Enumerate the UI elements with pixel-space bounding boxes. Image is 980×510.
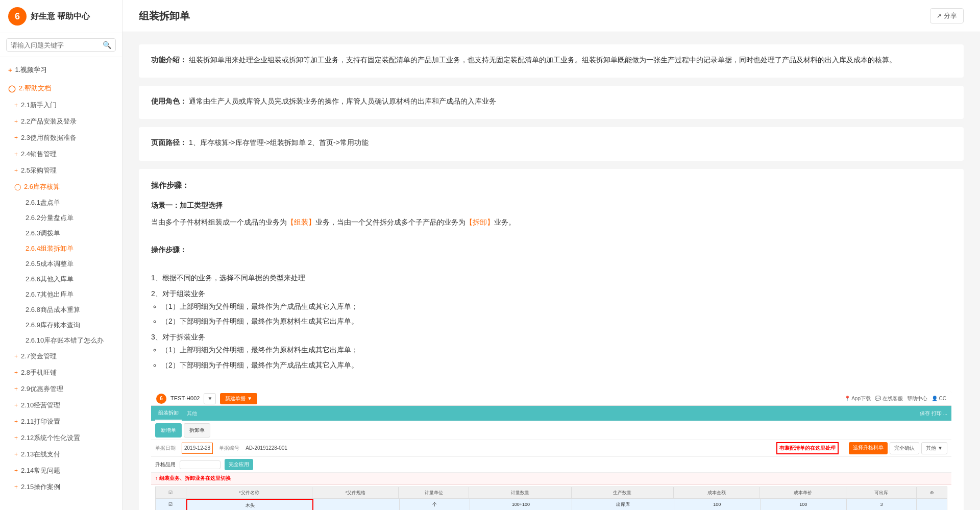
mock-topbar: 6 TEST-H002 ▼ 新建单据 ▼ 📍 App下载 💬 在线客服 帮助中心… xyxy=(151,392,951,406)
expand-icon: + xyxy=(14,353,18,360)
expand-icon: + xyxy=(14,102,18,109)
sidebar-item-other-in[interactable]: 2.6.6其他入库单 xyxy=(0,272,122,287)
mock-nav-actions: 保存 打印 ... xyxy=(920,409,947,418)
sidebar-item-faq[interactable]: + 2.14常见问题 xyxy=(0,463,122,479)
sidebar-item-cases[interactable]: + 2.15操作案例 xyxy=(0,479,122,495)
sidebar-item-label: 2.14常见问题 xyxy=(21,466,60,475)
sidebar-item-sales[interactable]: + 2.4销售管理 xyxy=(0,146,122,162)
sidebar-item-custom[interactable]: + 2.12系统个性化设置 xyxy=(0,430,122,446)
mock-select-btn[interactable]: 选择升格料单 xyxy=(849,442,888,454)
sidebar-item-payment[interactable]: + 2.13在线支付 xyxy=(0,446,122,463)
mock-nav-tab-assembly[interactable]: 组装拆卸 xyxy=(155,406,182,421)
logo-area: 6 好生意 帮助中心 xyxy=(0,0,122,33)
sidebar-item-label: 2.2产品安装及登录 xyxy=(21,117,77,126)
nav-sub-items-2: + 2.1新手入门 + 2.2产品安装及登录 + 2.3使用前数据准备 + 2.… xyxy=(0,97,122,495)
sidebar-item-label: 1.视频学习 xyxy=(15,65,47,75)
sidebar-item-inv-error[interactable]: 2.6.10库存账本错了怎么办 xyxy=(0,333,122,348)
sidebar-item-label: 2.7资金管理 xyxy=(21,352,57,361)
app-name: 好生意 帮助中心 xyxy=(31,11,90,22)
mock-icon1: 📍 App下载 xyxy=(844,394,871,403)
mock-type-input[interactable] xyxy=(180,460,220,469)
mock-new-btn[interactable]: 新建单据 ▼ xyxy=(220,393,257,404)
expand-icon: + xyxy=(14,467,18,474)
path-text: 页面路径： 1、库存核算->库存管理->组装拆卸单 2、首页->常用功能 xyxy=(151,136,951,149)
search-icon[interactable]: 🔍 xyxy=(103,41,111,49)
mock-dropdown: ▼ xyxy=(204,393,216,404)
sidebar-item-coupon[interactable]: + 2.9优惠券管理 xyxy=(0,381,122,397)
page-title: 组装拆卸单 xyxy=(139,9,190,23)
sidebar-item-label: 2.4销售管理 xyxy=(21,150,57,159)
sidebar-item-label: 2.6库存核算 xyxy=(24,182,60,191)
expand-icon: + xyxy=(14,385,18,393)
mock-confirm-btn[interactable]: 完全确认 xyxy=(890,442,919,454)
sidebar-item-cost-recalc[interactable]: 2.6.8商品成本重算 xyxy=(0,302,122,318)
step-2: 2、对于组装业务 （1）上部明细为父件明细，最终作为产成品生成其它入库单； （2… xyxy=(151,287,951,328)
steps-card: 操作步骤： 场景一：加工类型选择 当由多个子件材料组装成一个成品的业务为【组装】… xyxy=(139,169,964,510)
sidebar-item-label: 2.15操作案例 xyxy=(21,482,60,492)
steps-title: 操作步骤： xyxy=(151,244,951,256)
sidebar: 6 好生意 帮助中心 🔍 + 1.视频学习 ◯ 2.帮助文档 + xyxy=(0,0,122,510)
mock-right-btns: 选择升格料单 完全确认 其他 ▼ xyxy=(849,442,947,454)
sidebar-item-label: 2.11打印设置 xyxy=(21,417,60,426)
sidebar-item-label: 2.12系统个性化设置 xyxy=(21,433,80,443)
path-card: 页面路径： 1、库存核算->库存管理->组装拆卸单 2、首页->常用功能 xyxy=(139,127,964,160)
sidebar-item-assembly[interactable]: 2.6.4组装拆卸单 xyxy=(0,241,122,256)
share-icon: ➚ xyxy=(937,12,942,19)
steps-list: 1、根据不同的业务，选择不同单据的类型来处理 2、对于组装业务 （1）上部明细为… xyxy=(151,272,951,372)
sidebar-item-print[interactable]: + 2.11打印设置 xyxy=(0,414,122,430)
mock-other-btn[interactable]: 其他 ▼ xyxy=(921,442,947,454)
sidebar-item-newbie[interactable]: + 2.1新手入门 xyxy=(0,97,122,113)
mock-icon4: 👤 CC xyxy=(932,394,946,403)
share-button[interactable]: ➚ 分享 xyxy=(930,8,964,23)
expand-icon: + xyxy=(14,134,18,141)
sidebar-item-label: 2.3使用前数据准备 xyxy=(21,133,77,142)
sidebar-item-inventory[interactable]: ◯ 2.6库存核算 xyxy=(0,179,122,195)
sidebar-item-label: 2.9优惠券管理 xyxy=(21,384,63,394)
mock-nav-tab-other[interactable]: 其他 xyxy=(184,407,200,420)
sidebar-item-data-prep[interactable]: + 2.3使用前数据准备 xyxy=(0,130,122,146)
nav-section-2: ◯ 2.帮助文档 + 2.1新手入门 + 2.2产品安装及登录 + 2.3使用前… xyxy=(0,80,122,495)
mock-tab-disassemble[interactable]: 拆卸单 xyxy=(184,423,210,438)
main-area: 组装拆卸单 ➚ 分享 功能介绍： 组装拆卸单用来处理企业组装或拆卸等加工业务，支… xyxy=(122,0,980,510)
sidebar-item-mobile[interactable]: + 2.8手机旺铺 xyxy=(0,365,122,381)
role-text: 使用角色： 通常由生产人员或库管人员完成拆装业务的操作，库管人员确认原材料的出库… xyxy=(151,95,951,108)
search-box[interactable]: 🔍 xyxy=(6,38,116,52)
sidebar-item-purchase[interactable]: + 2.5采购管理 xyxy=(0,162,122,179)
collapse-icon: ◯ xyxy=(14,183,21,190)
mock-topbar-icons: 📍 App下载 💬 在线客服 帮助中心 👤 CC xyxy=(844,394,946,403)
expand-icon: + xyxy=(14,451,18,458)
sidebar-item-label: 2.10经营管理 xyxy=(21,401,60,410)
role-card: 使用角色： 通常由生产人员或库管人员完成拆装业务的操作，库管人员确认原材料的出库… xyxy=(139,86,964,119)
sidebar-item-video[interactable]: + 1.视频学习 xyxy=(0,61,122,79)
mock-info-row: 单据日期 2019-12-28 单据编号 AD-20191228-001 有装配… xyxy=(151,440,951,457)
sidebar-item-partial-stocktake[interactable]: 2.6.2分量盘点单 xyxy=(0,210,122,226)
sidebar-item-label: 2.1新手入门 xyxy=(21,101,57,110)
expand-icon: + xyxy=(14,483,18,491)
mock-grid-header-parent: ☑ *父件名称 *父件规格 计量单位 计量数量 生产数量 成本金额 成本单价 可… xyxy=(155,487,947,499)
nav-section-1: + 1.视频学习 xyxy=(0,61,122,79)
sidebar-item-other-out[interactable]: 2.6.7其他出库单 xyxy=(0,287,122,302)
screenshot-container: 6 TEST-H002 ▼ 新建单据 ▼ 📍 App下载 💬 在线客服 帮助中心… xyxy=(151,392,951,510)
mock-upper-grid: ☑ *父件名称 *父件规格 计量单位 计量数量 生产数量 成本金额 成本单价 可… xyxy=(151,484,951,510)
mock-annotation-switch: ↑ 组装业务、拆卸业务在这里切换 xyxy=(151,473,951,484)
sidebar-item-finance[interactable]: + 2.7资金管理 xyxy=(0,348,122,365)
sidebar-item-docs[interactable]: ◯ 2.帮助文档 xyxy=(0,80,122,97)
mock-tab-new[interactable]: 新增单 xyxy=(155,423,182,438)
sidebar-item-stocktake[interactable]: 2.6.1盘点单 xyxy=(0,195,122,210)
expand-icon: + xyxy=(14,167,18,174)
search-input[interactable] xyxy=(11,41,103,49)
sidebar-item-inv-ledger[interactable]: 2.6.9库存账本查询 xyxy=(0,318,122,333)
sidebar-item-mgmt[interactable]: + 2.10经营管理 xyxy=(0,397,122,414)
mock-icon2: 💬 在线客服 xyxy=(875,394,903,403)
expand-icon: + xyxy=(8,66,12,74)
intro-text: 功能介绍： 组装拆卸单用来处理企业组装或拆卸等加工业务，支持有固定装配清单的产品… xyxy=(151,54,951,66)
sidebar-item-cost-adj[interactable]: 2.6.5成本调整单 xyxy=(0,256,122,272)
sidebar-item-label: 2.13在线支付 xyxy=(21,450,60,459)
mock-app: 6 TEST-H002 ▼ 新建单据 ▼ 📍 App下载 💬 在线客服 帮助中心… xyxy=(151,392,951,510)
sidebar-item-transfer[interactable]: 2.6.3调拨单 xyxy=(0,226,122,241)
step-1: 1、根据不同的业务，选择不同单据的类型来处理 xyxy=(151,272,951,284)
sidebar-item-install[interactable]: + 2.2产品安装及登录 xyxy=(0,113,122,130)
mock-apply-btn[interactable]: 完全应用 xyxy=(225,459,253,470)
operations-title: 操作步骤： xyxy=(151,178,951,192)
scenario1-desc: 当由多个子件材料组装成一个成品的业务为【组装】业务，当由一个父件拆分成多个子产品… xyxy=(151,216,951,229)
